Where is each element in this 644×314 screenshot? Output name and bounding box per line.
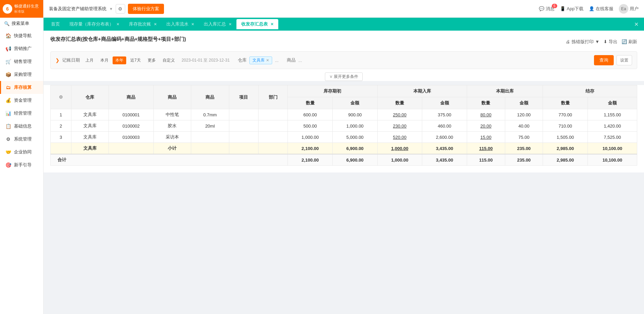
date-btn-this-month[interactable]: 本月 [98, 56, 111, 64]
date-btn-7days[interactable]: 近7天 [128, 56, 144, 64]
product-label: 商品 [287, 57, 296, 63]
td-name: 中性笔 [153, 109, 191, 120]
td-closing-qty: 770.00 [543, 109, 588, 120]
td-out-qty[interactable]: 20.00 [467, 120, 505, 132]
column-settings-icon[interactable]: ⚙ [59, 95, 63, 100]
refresh-btn[interactable]: 🔄 刷新 [622, 39, 637, 45]
td-in-qty[interactable]: 250.00 [377, 109, 422, 120]
date-btn-more[interactable]: 更多 [145, 56, 159, 64]
sidebar-item-guide[interactable]: 🎯 新手引导 [0, 159, 43, 171]
td-closing-qty: 710.00 [543, 120, 588, 132]
tab-stock-distribution[interactable]: 现存量（库存分布表） ✕ [65, 19, 124, 29]
tab-close-icon[interactable]: ✕ [270, 22, 274, 27]
date-btn-this-year[interactable]: 本年 [113, 56, 126, 64]
messages-badge: 6 [552, 4, 557, 8]
warehouse-tag-close[interactable]: ✕ [266, 58, 269, 63]
purchase-icon: 📦 [5, 72, 11, 77]
td-in-qty: 1,000.00 [377, 143, 422, 154]
td-out-qty[interactable]: 80.00 [467, 109, 505, 120]
sidebar-item-enterprise[interactable]: 🤝 企业协同 [0, 146, 43, 159]
messages-btn[interactable]: 💬 消息 6 [539, 6, 555, 12]
tabbar-close-button[interactable]: ✕ [631, 21, 641, 28]
sidebar-item-system[interactable]: ⚙ 系统管理 [0, 133, 43, 146]
td-out-amt: 235.00 [505, 143, 543, 154]
user-area[interactable]: Ea 用户 [619, 4, 639, 14]
export-btn[interactable]: ⬇ 导出 [604, 39, 617, 45]
td-warehouse: 文具库 [71, 120, 109, 132]
online-service-label: 在线客服 [596, 6, 613, 12]
tab-in-out-summary[interactable]: 出入库汇总 ✕ [199, 19, 236, 29]
tab-batch-account[interactable]: 库存批次账 ✕ [124, 19, 162, 29]
td-opening-qty: 1,000.00 [288, 132, 333, 143]
tab-label: 库存批次账 [129, 21, 151, 27]
expand-conditions-btn[interactable]: ∨ 展开更多条件 [325, 72, 363, 81]
sidebar-item-finance[interactable]: 💰 资金管理 [0, 94, 43, 107]
sidebar-item-label: 资金管理 [14, 97, 32, 103]
td-opening-qty: 500.00 [288, 120, 333, 132]
sidebar-item-label: 快捷导航 [14, 33, 32, 39]
product-more[interactable]: ... [298, 58, 302, 63]
app-download-btn[interactable]: 📱 App下载 [560, 6, 583, 12]
tabbar: 首页 现存量（库存分布表） ✕ 库存批次账 ✕ 出入库流水 ✕ 出入库汇总 ✕ … [44, 18, 644, 31]
td-code: 0100003 [109, 132, 153, 143]
basic-info-icon: 📋 [5, 123, 11, 129]
page-title: 收发存汇总表(按仓库+商品编码+商品+规格型号+项目+部门) [50, 36, 186, 43]
filter-collapse-btn[interactable]: ❯ [55, 57, 60, 63]
td-in-qty[interactable]: 230.00 [377, 120, 422, 132]
td-out-qty[interactable]: 15.00 [467, 132, 505, 143]
tab-home[interactable]: 首页 [46, 19, 65, 29]
sidebar-item-label: 企业协同 [14, 149, 32, 155]
tab-close-icon[interactable]: ✕ [229, 22, 232, 27]
sidebar-item-marketing[interactable]: 📢 营销推广 [0, 42, 43, 55]
footer-opening-qty: 2,100.00 [288, 154, 333, 166]
app-download-label: App下载 [567, 6, 583, 12]
expand-row: ∨ 展开更多条件 [50, 72, 637, 81]
tab-label: 出入库流水 [166, 21, 188, 27]
date-btn-last-month[interactable]: 上月 [83, 56, 96, 64]
tab-label: 现存量（库存分布表） [69, 21, 114, 27]
query-button[interactable]: 查询 [594, 55, 614, 65]
warehouse-more[interactable]: ... [275, 58, 279, 63]
td-dept [258, 120, 287, 132]
system-dropdown-icon[interactable]: ▼ [109, 7, 113, 11]
sidebar-item-operations[interactable]: 📊 经营管理 [0, 107, 43, 120]
td-closing-qty: 2,985.00 [543, 143, 588, 154]
tab-recv-send-summary[interactable]: 收发存汇总表 ✕ [236, 19, 278, 29]
th-out-qty: 数量 [467, 97, 505, 109]
system-title: 装备及固定资产辅助管理系统 [49, 6, 106, 12]
th-project: 项目 [229, 85, 258, 109]
sidebar-item-basic-info[interactable]: 📋 基础信息 [0, 120, 43, 133]
sidebar-item-label: 库存核算 [14, 84, 32, 90]
logo-title: 畅捷通好生意 [14, 4, 39, 9]
search-menu-label: 搜索菜单 [12, 20, 29, 27]
tab-close-icon[interactable]: ✕ [154, 22, 157, 27]
sidebar-item-inventory[interactable]: 🗂 库存核算 [0, 81, 43, 94]
sidebar-item-label: 采购管理 [14, 71, 32, 78]
settings-button[interactable]: ⚙ [116, 4, 125, 14]
td-in-amt: 460.00 [422, 120, 467, 132]
online-service-btn[interactable]: 👤 在线客服 [589, 6, 613, 12]
page-content: 收发存汇总表(按仓库+商品编码+商品+规格型号+项目+部门) 🖨 拣错版打印 ▼… [44, 31, 644, 314]
tab-close-icon[interactable]: ✕ [191, 22, 194, 27]
tab-flow[interactable]: 出入库流水 ✕ [162, 19, 199, 29]
export-label: 导出 [609, 39, 617, 45]
td-in-qty[interactable]: 520.00 [377, 132, 422, 143]
th-in-qty: 数量 [377, 97, 422, 109]
date-btn-custom[interactable]: 自定义 [160, 56, 178, 64]
search-menu-item[interactable]: 🔍 搜索菜单 [0, 18, 43, 29]
td-warehouse: 文具库 [71, 109, 109, 120]
trial-button[interactable]: 体验行业方案 [128, 4, 164, 14]
settings-button[interactable]: 设置 [616, 55, 632, 65]
sidebar-item-purchase[interactable]: 📦 采购管理 [0, 68, 43, 81]
th-opening-group: 库存期初 [288, 85, 377, 97]
print-btn[interactable]: 🖨 拣错版打印 ▼ [566, 39, 599, 45]
th-product-name: 商品 [153, 85, 191, 109]
th-closing-group: 结存 [543, 85, 637, 97]
search-icon: 🔍 [4, 21, 10, 26]
sidebar-item-sales[interactable]: 🛒 销售管理 [0, 55, 43, 68]
sidebar-item-label: 系统管理 [14, 136, 32, 142]
td-in-amt: 3,435.00 [422, 143, 467, 154]
table-section: ⚙ 仓库 商品 商品 商品 项目 部门 库存期初 本期入库 本期出库 结存 [44, 85, 644, 172]
tab-close-icon[interactable]: ✕ [116, 22, 119, 27]
sidebar-item-quick-nav[interactable]: 🏠 快捷导航 [0, 29, 43, 42]
